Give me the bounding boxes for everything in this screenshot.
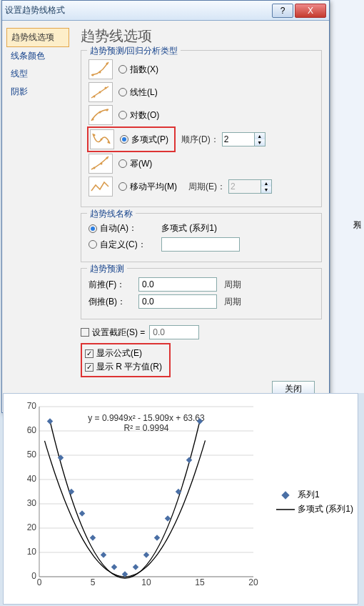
type-linear[interactable]: 线性(L) [89,82,314,102]
forecast-group: 趋势预测 前推(F)： 0.0 周期 倒推(B)： 0.0 周期 [81,268,322,319]
svg-point-8 [99,111,101,114]
radio-name-auto[interactable] [89,224,97,233]
page-title: 趋势线选项 [81,26,322,46]
order-spinner[interactable]: ▲▼ [254,132,266,146]
trend-type-title: 趋势预测/回归分析类型 [87,45,181,57]
equation-text: y = 0.9949x² - 15.909x + 63.63 [88,413,205,423]
svg-rect-49 [154,535,160,540]
order-label: 顺序(D)： [181,134,219,146]
cb-show-r2[interactable] [85,363,93,372]
svg-point-4 [93,96,96,98]
trend-type-group: 趋势预测/回归分析类型 指数(X) 线性(L) 对数(O) [81,50,322,207]
svg-text:15: 15 [195,577,205,587]
svg-point-12 [108,141,110,144]
period-label: 周期(E)： [188,181,226,193]
period-input: 2 [228,179,261,194]
svg-text:20: 20 [27,522,37,532]
power-icon [89,154,113,174]
help-button[interactable]: ? [272,4,293,18]
type-polynomial[interactable]: 多项式(P) 顺序(D)： 2 ▲▼ [89,128,314,151]
name-group-title: 趋势线名称 [87,208,136,220]
radio-power[interactable] [118,159,127,168]
name-group: 趋势线名称 自动(A)： 多项式 (系列1) 自定义(C)： [81,213,322,262]
svg-point-7 [92,119,94,121]
dialog-title: 设置趋势线格式 [5,4,271,16]
intercept-row[interactable]: 设置截距(S) = 0.0 [81,325,322,339]
svg-text:60: 60 [27,425,37,435]
svg-text:5: 5 [91,577,96,587]
svg-rect-39 [47,418,53,424]
svg-point-6 [105,87,107,89]
type-moving-avg[interactable]: 移动平均(M) 周期(E)： 2 ▲▼ [89,177,314,197]
svg-rect-51 [176,489,181,495]
forward-input[interactable]: 0.0 [138,277,217,292]
svg-rect-45 [111,564,117,570]
linear-icon [89,82,113,102]
svg-rect-52 [186,457,192,463]
sidebar-item-line-color[interactable]: 线条颜色 [6,47,69,65]
type-exponential[interactable]: 指数(X) [89,59,314,79]
svg-point-5 [99,91,101,94]
radio-poly[interactable] [120,135,128,144]
order-input[interactable]: 2 [222,132,255,146]
radio-ma[interactable] [118,182,127,191]
cb-intercept[interactable] [81,328,89,337]
svg-point-11 [101,139,103,141]
sidebar-item-trendline-options[interactable]: 趋势线选项 [6,28,69,47]
type-power[interactable]: 幂(W) [89,154,314,174]
radio-log[interactable] [118,111,127,119]
sidebar-item-shadow[interactable]: 阴影 [6,83,69,101]
svg-text:0: 0 [37,577,42,587]
svg-text:40: 40 [27,474,37,484]
exp-icon [89,59,113,79]
chart-plot: 010203040506070 05101520 y = 0.9949x² - … [18,399,263,588]
svg-point-0 [92,74,94,76]
svg-point-1 [99,71,101,74]
svg-rect-41 [69,489,74,495]
svg-text:0: 0 [31,571,36,581]
custom-name-input[interactable] [161,237,240,252]
close-x-button[interactable]: X [295,4,326,18]
svg-text:50: 50 [27,449,37,460]
svg-text:10: 10 [27,547,37,557]
radio-linear[interactable] [118,88,127,96]
svg-point-13 [93,167,96,169]
period-spinner: ▲▼ [261,179,272,194]
cb-show-equation[interactable] [85,349,93,358]
show-options-highlight: 显示公式(E) 显示 R 平方值(R) [81,343,171,377]
svg-rect-47 [133,564,138,570]
svg-point-15 [106,157,108,159]
forecast-title: 趋势预测 [87,263,127,275]
svg-point-10 [93,134,96,136]
svg-point-14 [101,163,103,165]
auto-name-value: 多项式 (系列1) [161,222,217,234]
log-icon [89,105,113,125]
svg-text:30: 30 [27,498,37,508]
poly-icon [90,129,114,149]
intercept-input: 0.0 [149,325,199,339]
sidebar-item-line-style[interactable]: 线型 [6,65,69,83]
chart-panel[interactable]: 010203040506070 05101520 y = 0.9949x² - … [3,393,358,605]
svg-text:10: 10 [141,577,151,587]
r2-text: R² = 0.9994 [123,423,168,433]
radio-exp[interactable] [118,65,127,74]
svg-text:70: 70 [27,401,37,411]
diamond-icon [281,491,289,499]
svg-point-9 [106,109,108,111]
sidebar: 趋势线选项 线条颜色 线型 阴影 [2,21,74,412]
ma-icon [89,177,113,197]
trendline-format-dialog: 设置趋势线格式 ? X 趋势线选项 线条颜色 线型 阴影 趋势线选项 趋势预测/… [1,0,330,413]
type-log[interactable]: 对数(O) [89,105,314,125]
svg-rect-43 [90,535,96,540]
chart-legend: 系列1 多项式 (系列1) [276,487,353,517]
titlebar[interactable]: 设置趋势线格式 ? X [2,1,329,21]
radio-name-custom[interactable] [89,240,97,249]
svg-text:20: 20 [248,577,258,587]
svg-point-2 [106,63,108,65]
svg-rect-42 [79,510,85,516]
backward-input[interactable]: 0.0 [138,294,217,309]
